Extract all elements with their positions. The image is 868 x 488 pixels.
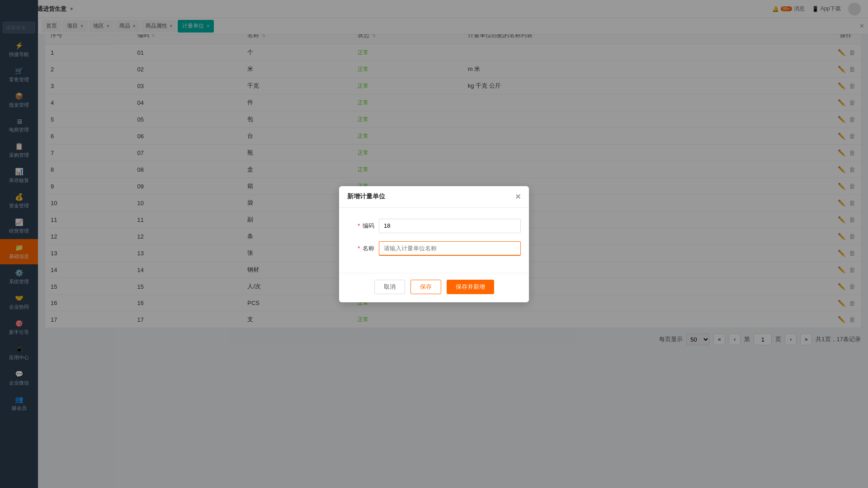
modal-body: * 编码 * 名称	[339, 208, 529, 273]
name-label: * 名称	[347, 244, 374, 253]
form-row-code: * 编码	[347, 219, 521, 233]
cancel-button[interactable]: 取消	[374, 280, 405, 294]
modal-footer: 取消 保存 保存并新增	[339, 273, 529, 302]
modal-header: 新增计量单位 ✕	[339, 186, 529, 208]
add-unit-modal: 新增计量单位 ✕ * 编码 * 名称 取消 保存 保存并新增	[339, 186, 529, 302]
modal-overlay[interactable]: 新增计量单位 ✕ * 编码 * 名称 取消 保存 保存并新增	[0, 0, 868, 358]
name-input[interactable]	[379, 241, 521, 256]
save-and-new-button[interactable]: 保存并新增	[447, 280, 494, 294]
modal-title: 新增计量单位	[347, 192, 385, 201]
save-button[interactable]: 保存	[410, 280, 441, 294]
modal-close-button[interactable]: ✕	[515, 192, 521, 201]
form-row-name: * 名称	[347, 241, 521, 256]
code-input[interactable]	[379, 219, 521, 233]
code-label: * 编码	[347, 222, 374, 230]
